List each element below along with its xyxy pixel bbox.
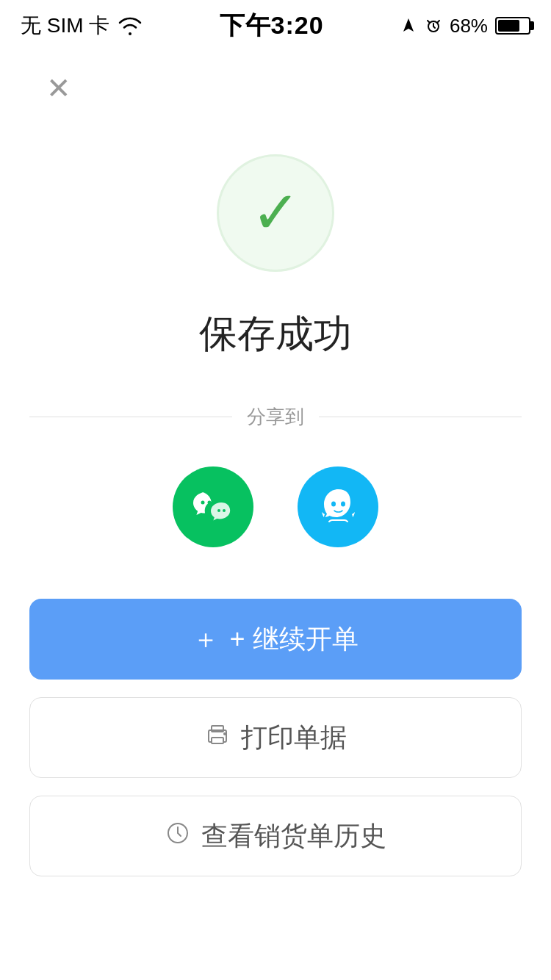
history-label: 查看销货单历史 [201,818,386,854]
status-right: 68% [400,15,530,37]
svg-point-7 [341,501,345,506]
share-wechat-button[interactable] [173,466,253,547]
svg-point-6 [331,501,336,506]
share-label: 分享到 [247,404,304,430]
location-icon [400,17,417,35]
action-buttons: ＋ + 继续开单 打印单据 查看销货单历史 [29,599,522,876]
checkmark-icon: ✓ [251,184,300,242]
close-icon: ✕ [46,73,71,103]
svg-point-3 [201,500,204,504]
qq-icon [314,483,362,531]
print-button[interactable]: 打印单据 [29,697,522,778]
continue-button[interactable]: ＋ + 继续开单 [29,599,522,680]
share-qq-button[interactable] [298,466,378,547]
status-carrier: 无 SIM 卡 [21,12,143,40]
status-time: 下午3:20 [220,9,324,43]
svg-point-11 [223,732,226,735]
wifi-icon [117,16,143,35]
success-circle: ✓ [217,154,334,272]
divider-left [29,417,232,417]
svg-point-5 [217,509,220,512]
history-icon [165,820,191,853]
status-bar: 无 SIM 卡 下午3:20 68% [0,0,551,51]
wechat-icon [190,483,237,531]
close-button[interactable]: ✕ [37,66,81,110]
svg-rect-10 [212,738,223,743]
history-button[interactable]: 查看销货单历史 [29,796,522,876]
print-icon [204,721,231,754]
share-icons [173,466,378,547]
continue-label: + 继续开单 [229,621,358,657]
success-title: 保存成功 [199,309,352,360]
main-content: ✕ ✓ 保存成功 分享到 [0,51,551,980]
plus-icon: ＋ [192,621,219,657]
print-label: 打印单据 [241,720,347,756]
battery-icon [495,17,530,35]
divider-right [319,417,522,417]
alarm-icon [425,17,442,35]
svg-point-2 [207,500,211,504]
share-divider: 分享到 [29,404,522,430]
svg-point-4 [223,509,226,512]
